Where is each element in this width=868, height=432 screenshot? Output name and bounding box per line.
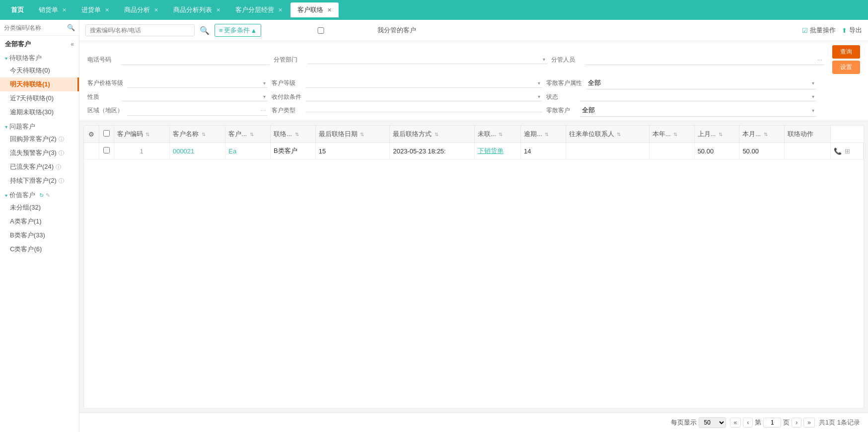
status-arrow-icon: ▾ bbox=[812, 94, 814, 99]
th-no-contact-days: 未联... ⇅ bbox=[475, 126, 521, 143]
per-page-label: 每页显示 bbox=[671, 418, 697, 427]
close-customer-contact-icon[interactable]: ✕ bbox=[327, 7, 332, 13]
my-customers-checkbox[interactable]: 我分管的客户 bbox=[266, 26, 416, 35]
all-customers-header[interactable]: 全部客户 « bbox=[0, 36, 79, 51]
contact-count-cell: 15 bbox=[315, 143, 390, 159]
advanced-filter: 电话号码 分管部门 ▾ 分管人员 ··· bbox=[79, 41, 868, 121]
th-checkbox[interactable] bbox=[99, 126, 114, 143]
th-gear[interactable]: ⚙ bbox=[84, 126, 99, 143]
close-product-analysis-list-icon[interactable]: ✕ bbox=[216, 7, 220, 13]
search-input[interactable] bbox=[85, 24, 195, 36]
sort-year-icon[interactable]: ⇅ bbox=[673, 132, 677, 137]
select-all-checkbox[interactable] bbox=[103, 130, 110, 137]
th-contact-person: 往来单位联系人 ⇅ bbox=[566, 126, 649, 143]
sort-date-icon[interactable]: ⇅ bbox=[360, 132, 364, 137]
th-current-month: 本月... ⇅ bbox=[739, 126, 785, 143]
sort-type-icon[interactable]: ⇅ bbox=[250, 132, 254, 137]
sidebar-item-tomorrow-contact[interactable]: 明天待联络(1) bbox=[0, 77, 79, 91]
per-page-select[interactable]: 50 100 200 bbox=[699, 417, 726, 428]
dept-select[interactable]: ▾ bbox=[307, 55, 547, 64]
last-page-btn[interactable]: » bbox=[803, 418, 815, 428]
sort-person-icon[interactable]: ⇅ bbox=[617, 132, 621, 137]
sidebar-item-ungrouped[interactable]: 未分组(32) bbox=[0, 201, 79, 215]
call-icon[interactable]: 📞 bbox=[834, 147, 842, 155]
first-page-btn[interactable]: « bbox=[730, 418, 741, 428]
customer-code[interactable]: 000021 bbox=[169, 143, 225, 159]
collapse-icon[interactable]: « bbox=[71, 41, 74, 48]
retail-customer-select[interactable]: 全部 ▾ bbox=[580, 104, 817, 117]
price-level-select[interactable]: ▾ bbox=[127, 79, 268, 88]
sidebar-item-repurchase-abnormal[interactable]: 回购异常客户(2) ⓘ bbox=[0, 132, 79, 146]
nav-purchase[interactable]: 进货单 ✕ bbox=[74, 2, 116, 17]
next-page-btn[interactable]: › bbox=[792, 418, 801, 428]
person-dots-icon[interactable]: ··· bbox=[817, 56, 822, 63]
page-label: 第 bbox=[755, 418, 761, 427]
row-gear-icon[interactable] bbox=[84, 143, 99, 159]
customer-level-select[interactable]: ▾ bbox=[305, 79, 542, 88]
close-product-analysis-icon[interactable]: ✕ bbox=[154, 7, 158, 13]
prev-page-btn[interactable]: ‹ bbox=[743, 418, 753, 428]
nav-home[interactable]: 首页 bbox=[4, 2, 31, 17]
filter-search-icon[interactable]: 🔍 bbox=[200, 26, 210, 35]
close-sales-icon[interactable]: ✕ bbox=[62, 7, 67, 13]
sort-method-icon[interactable]: ⇅ bbox=[434, 132, 438, 137]
contact-method-link[interactable]: 下销货单 bbox=[478, 147, 504, 154]
page-number-input[interactable] bbox=[763, 418, 781, 428]
filter-right-actions: ☑ 批量操作 ⬆ 导出 bbox=[802, 26, 862, 35]
payment-select[interactable]: ▾ bbox=[305, 92, 542, 101]
export-btn[interactable]: ⬆ 导出 bbox=[842, 26, 862, 35]
sidebar-search-icon[interactable]: 🔍 bbox=[67, 24, 75, 31]
sort-nocontact-icon[interactable]: ⇅ bbox=[499, 132, 503, 137]
settings-button[interactable]: 设置 bbox=[832, 61, 860, 74]
sort-overdue-icon[interactable]: ⇅ bbox=[545, 132, 549, 137]
nav-customer-contact[interactable]: 客户联络 ✕ bbox=[290, 2, 339, 17]
value-group-refresh-icon[interactable]: ↻ bbox=[39, 192, 44, 199]
value-group-edit-icon[interactable]: ✎ bbox=[46, 192, 50, 199]
sidebar-item-lost[interactable]: 已流失客户(24) ⓘ bbox=[0, 160, 79, 174]
price-level-arrow-icon: ▾ bbox=[263, 80, 266, 86]
sidebar-item-today-contact[interactable]: 今天待联络(0) bbox=[0, 64, 79, 77]
sidebar-item-c-class[interactable]: C类客户(6) bbox=[0, 242, 79, 256]
sort-contact-icon[interactable]: ⇅ bbox=[295, 132, 299, 137]
customer-name[interactable]: Ea bbox=[225, 143, 271, 159]
person-select[interactable]: ··· bbox=[585, 55, 825, 65]
sidebar-search-input[interactable] bbox=[4, 24, 65, 31]
nav-sales[interactable]: 销货单 ✕ bbox=[32, 2, 73, 17]
page-suffix: 页 bbox=[783, 418, 790, 427]
table-row: 1 000021 Ea B类客户 15 2023-05-23 18:25: 下销… bbox=[84, 143, 864, 159]
price-level-field: 客户价格等级 ▾ bbox=[87, 79, 268, 88]
sort-code-icon[interactable]: ⇅ bbox=[145, 132, 149, 137]
customer-type-select[interactable] bbox=[305, 109, 542, 112]
close-purchase-icon[interactable]: ✕ bbox=[105, 7, 109, 13]
info-icon-1: ⓘ bbox=[59, 149, 64, 157]
sidebar-item-b-class[interactable]: B类客户(33) bbox=[0, 228, 79, 242]
row-checkbox-cell[interactable] bbox=[99, 143, 114, 159]
batch-op-btn[interactable]: ☑ 批量操作 bbox=[802, 26, 836, 35]
row-checkbox[interactable] bbox=[103, 147, 110, 153]
query-button[interactable]: 查询 bbox=[832, 45, 860, 59]
th-last-contact-date: 最后联络日期 ⇅ bbox=[315, 126, 390, 143]
sort-curmonth-icon[interactable]: ⇅ bbox=[764, 132, 768, 137]
region-dots-icon[interactable]: ··· bbox=[261, 107, 266, 114]
grid-icon[interactable]: ⊞ bbox=[845, 147, 850, 155]
nav-product-analysis-list[interactable]: 商品分析列表 ✕ bbox=[166, 2, 227, 17]
sidebar-item-a-class[interactable]: A类客户(1) bbox=[0, 215, 79, 228]
nature-select[interactable]: ▾ bbox=[121, 92, 268, 101]
close-customer-layer-icon[interactable]: ✕ bbox=[278, 7, 283, 13]
my-customers-check[interactable] bbox=[266, 27, 375, 34]
retail-attr-select[interactable]: 全部 ▾ bbox=[586, 77, 817, 89]
sidebar-item-lost-warning[interactable]: 流失预警客户(3) ⓘ bbox=[0, 146, 79, 160]
sidebar-item-declining[interactable]: 持续下滑客户(2) ⓘ bbox=[0, 174, 79, 188]
nav-customer-layer[interactable]: 客户分层经营 ✕ bbox=[228, 2, 289, 17]
last-contact-method-cell[interactable]: 下销货单 bbox=[475, 143, 521, 159]
phone-input[interactable] bbox=[121, 55, 270, 65]
more-conditions-btn[interactable]: ≡ 更多条件 ▲ bbox=[215, 24, 261, 37]
sidebar-item-overdue-contact[interactable]: 逾期未联络(30) bbox=[0, 105, 79, 119]
region-select[interactable]: ··· bbox=[127, 105, 268, 116]
sort-name-icon[interactable]: ⇅ bbox=[202, 132, 206, 137]
sort-lastmonth-icon[interactable]: ⇅ bbox=[719, 132, 723, 137]
sidebar-item-7days-contact[interactable]: 近7天待联络(0) bbox=[0, 91, 79, 105]
status-select[interactable]: ▾ bbox=[580, 92, 817, 101]
nav-product-analysis[interactable]: 商品分析 ✕ bbox=[117, 2, 165, 17]
payment-arrow-icon: ▾ bbox=[538, 94, 540, 99]
